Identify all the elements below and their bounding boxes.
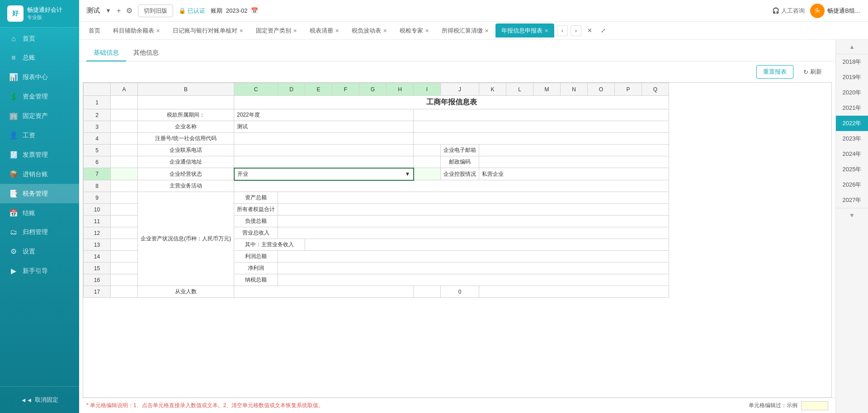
cell-3-c[interactable]: 测试 (234, 121, 414, 133)
cell-11-d[interactable] (278, 216, 669, 227)
cell-11-a[interactable] (111, 216, 138, 227)
dropdown-arrow-icon[interactable]: ▼ (405, 171, 410, 177)
tab-close-fixed[interactable]: ✕ (293, 28, 297, 34)
cell-9-a[interactable] (111, 192, 138, 204)
cell-13-a[interactable] (111, 239, 138, 251)
tab-expand-button[interactable]: ⤢ (598, 25, 609, 36)
col-header-i[interactable]: I (414, 83, 441, 96)
tab-close-journal[interactable]: ✕ (239, 28, 243, 34)
sidebar-item-salary[interactable]: 👤 工资 (0, 126, 79, 145)
cell-17-i[interactable] (414, 286, 441, 298)
cell-5-c[interactable] (234, 145, 414, 156)
sidebar-item-fund[interactable]: 💲 资金管理 (0, 87, 79, 106)
cell-7-i[interactable] (414, 168, 441, 180)
cell-10-d[interactable] (278, 204, 669, 216)
cell-2-c[interactable]: 2022年度 (234, 109, 414, 121)
cell-13-e[interactable] (305, 239, 669, 251)
tab-close-taxform[interactable]: ✕ (335, 28, 339, 34)
tab-taxcheck[interactable]: 税检专家 ✕ (394, 23, 435, 38)
sidebar-item-settings[interactable]: ⚙ 设置 (0, 242, 79, 261)
cell-12-a[interactable] (111, 227, 138, 239)
cell-5-a[interactable] (111, 145, 138, 156)
year-scroll-up-button[interactable]: ▲ (836, 40, 868, 54)
unpin-button[interactable]: ◄◄ 取消固定 (0, 391, 79, 408)
year-item-2026[interactable]: 2026年 (836, 177, 868, 192)
sidebar-item-guide[interactable]: ▶ 新手引导 (0, 261, 79, 281)
user-menu[interactable]: 头 畅捷通B组… (810, 4, 861, 18)
sub-tab-basic[interactable]: 基础信息 (86, 45, 126, 61)
year-item-2025[interactable]: 2025年 (836, 162, 868, 177)
col-header-e[interactable]: E (305, 83, 332, 96)
sidebar-item-archive[interactable]: 🗂 归档管理 (0, 223, 79, 242)
tab-taxwave[interactable]: 税负波动表 ✕ (346, 23, 393, 38)
switch-old-version-button[interactable]: 切到旧版 (138, 5, 173, 17)
service-button[interactable]: 🎧 人工咨询 (772, 7, 805, 15)
year-item-2019[interactable]: 2019年 (836, 70, 868, 85)
col-header-d[interactable]: D (278, 83, 305, 96)
cell-10-a[interactable] (111, 204, 138, 216)
tab-close-taxwave[interactable]: ✕ (383, 28, 387, 34)
reset-report-button[interactable]: 重置报表 (756, 65, 793, 79)
cell-15-a[interactable] (111, 263, 138, 274)
workspace-dropdown[interactable]: ▼ (105, 7, 111, 14)
year-item-2018[interactable]: 2018年 (836, 54, 868, 70)
tab-home[interactable]: 首页 (83, 23, 106, 38)
tab-aux[interactable]: 科目辅助余额表 ✕ (107, 23, 166, 38)
cell-1-b[interactable] (138, 96, 234, 109)
cell-17-a[interactable] (111, 286, 138, 298)
cell-8-a[interactable] (111, 180, 138, 192)
tab-close-all-button[interactable]: ✕ (584, 25, 595, 36)
cell-3-a[interactable] (111, 121, 138, 133)
tab-journal[interactable]: 日记账与银行对账单核对 ✕ (167, 23, 249, 38)
cell-4-j[interactable] (414, 133, 669, 145)
col-header-l[interactable]: L (506, 83, 533, 96)
cell-17-c[interactable] (234, 286, 414, 298)
col-header-h[interactable]: H (387, 83, 414, 96)
col-header-q[interactable]: Q (642, 83, 669, 96)
sidebar-item-report[interactable]: 📊 报表中心 (0, 67, 79, 87)
sidebar-item-asset[interactable]: 🏢 固定资产 (0, 106, 79, 126)
col-header-o[interactable]: O (588, 83, 615, 96)
business-status-dropdown[interactable]: 开业 ▼ (237, 170, 410, 178)
tab-close-taxcheck[interactable]: ✕ (425, 28, 429, 34)
cell-5-i[interactable] (414, 145, 441, 156)
tab-taxform[interactable]: 税表清册 ✕ (304, 23, 345, 38)
tab-prev-button[interactable]: ‹ (557, 25, 568, 36)
tab-fixed[interactable]: 固定资产类别 ✕ (250, 23, 303, 38)
cell-12-d[interactable] (278, 227, 669, 239)
cell-16-a[interactable] (111, 274, 138, 286)
tab-next-button[interactable]: › (571, 25, 581, 36)
cell-1-a[interactable] (111, 96, 138, 109)
cell-7-c[interactable]: 开业 ▼ (234, 168, 414, 180)
cell-2-a[interactable] (111, 109, 138, 121)
cell-6-k[interactable] (479, 156, 669, 168)
calendar-icon[interactable]: 📅 (251, 7, 258, 14)
col-header-k[interactable]: K (479, 83, 506, 96)
cell-14-a[interactable] (111, 251, 138, 263)
tab-close-aux[interactable]: ✕ (156, 28, 160, 34)
sidebar-item-close[interactable]: 📅 结账 (0, 203, 79, 223)
sidebar-item-purchase[interactable]: 📦 进销台账 (0, 164, 79, 184)
year-item-2022[interactable]: 2022年 (836, 116, 868, 131)
cell-9-d[interactable] (278, 192, 669, 204)
year-item-2021[interactable]: 2021年 (836, 100, 868, 116)
col-header-g[interactable]: G (359, 83, 387, 96)
cell-8-c[interactable] (234, 180, 669, 192)
year-item-2027[interactable]: 2027年 (836, 192, 868, 208)
year-item-2024[interactable]: 2024年 (836, 146, 868, 162)
col-header-n[interactable]: N (561, 83, 588, 96)
cell-14-d[interactable] (278, 251, 669, 263)
col-header-j[interactable]: J (441, 83, 479, 96)
tab-close-annual[interactable]: ✕ (544, 28, 548, 34)
year-item-2023[interactable]: 2023年 (836, 131, 868, 146)
cell-16-d[interactable] (278, 274, 669, 286)
tab-close-income[interactable]: ✕ (485, 28, 489, 34)
refresh-button[interactable]: ↻ 刷新 (797, 66, 828, 78)
col-header-b[interactable]: B (138, 83, 234, 96)
cell-15-d[interactable] (278, 263, 669, 274)
sidebar-item-tax[interactable]: 📑 税务管理 (0, 184, 79, 203)
col-header-m[interactable]: M (533, 83, 561, 96)
cell-4-a[interactable] (111, 133, 138, 145)
spreadsheet-wrapper[interactable]: A B C D E F G H I J K L M (83, 82, 832, 398)
year-item-2020[interactable]: 2020年 (836, 85, 868, 100)
